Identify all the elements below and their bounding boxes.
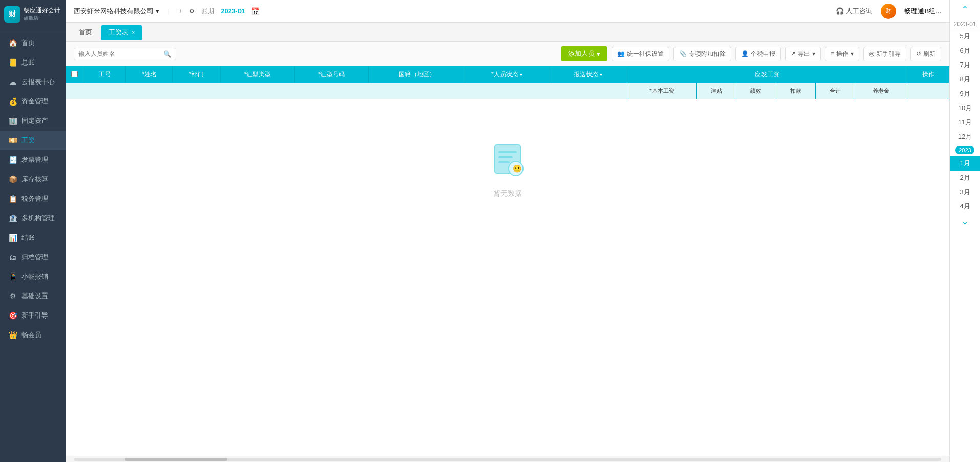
cal-month-5[interactable]: 5月 <box>950 29 980 44</box>
support-icon: 🎧 <box>836 7 844 15</box>
svg-text:😐: 😐 <box>513 164 522 173</box>
archive-icon: 🗂 <box>8 253 17 261</box>
expense-icon: 📱 <box>8 272 17 281</box>
th-cert-no: *证型号码 <box>294 66 368 83</box>
add-company-button[interactable]: ＋ <box>177 7 183 15</box>
main-area: 西安虾米网络科技有限公司 ▾ | ＋ ⚙ 账期 2023-01 📅 🎧 人工咨询… <box>66 0 949 462</box>
th-sub-empty <box>66 83 627 99</box>
sidebar-item-expense[interactable]: 📱 小畅报销 <box>0 267 66 286</box>
sidebar-nav: 🏠 首页 📒 总账 ☁ 云报表中心 💰 资金管理 🏢 固定资产 💴 工资 🧾 发… <box>0 29 66 462</box>
sidebar-item-asset[interactable]: 🏢 固定资产 <box>0 111 66 131</box>
special-deduct-icon: 📎 <box>679 50 687 57</box>
sidebar-item-guide[interactable]: 🎯 新手引导 <box>0 306 66 325</box>
support-button[interactable]: 🎧 人工咨询 <box>836 7 873 16</box>
export-button[interactable]: ↗ 导出 ▾ <box>785 47 821 61</box>
tab-salary[interactable]: 工资表 × <box>101 25 142 40</box>
table-header-row2: *基本工资 津贴 绩效 扣款 合计 养老金 <box>66 83 949 99</box>
sidebar-item-label: 总账 <box>21 58 35 67</box>
cal-month-8[interactable]: 8月 <box>950 72 980 87</box>
status-filter-icon[interactable]: ▾ <box>520 72 522 77</box>
asset-icon: 🏢 <box>8 117 17 125</box>
social-security-button[interactable]: 👥 统一社保设置 <box>612 47 669 61</box>
th-performance: 绩效 <box>736 83 776 99</box>
sidebar-item-tax[interactable]: 📋 税务管理 <box>0 189 66 208</box>
cal-month-2[interactable]: 2月 <box>950 171 980 185</box>
cal-month-9[interactable]: 9月 <box>950 87 980 101</box>
topbar: 西安虾米网络科技有限公司 ▾ | ＋ ⚙ 账期 2023-01 📅 🎧 人工咨询… <box>66 0 949 23</box>
cal-nav-down[interactable]: ⌄ <box>950 214 980 229</box>
th-report-status: 报送状态 ▾ <box>549 66 627 83</box>
logo-icon: 财 <box>4 6 20 23</box>
salary-table: 工号 *姓名 *部门 *证型类型 *证型号码 国籍（地区） *人员状态 ▾ 报送… <box>66 66 949 99</box>
cal-nav-up[interactable]: ⌃ <box>950 2 980 17</box>
sidebar-item-label: 发票管理 <box>21 155 48 164</box>
company-name: 西安虾米网络科技有限公司 <box>74 7 154 16</box>
guide-button[interactable]: ◎ 新手引导 <box>863 47 906 61</box>
operation-button[interactable]: ≡ 操作 ▾ <box>825 47 859 61</box>
empty-text: 暂无数据 <box>493 189 522 198</box>
sidebar-item-invoice[interactable]: 🧾 发票管理 <box>0 150 66 170</box>
sidebar-item-label: 小畅报销 <box>21 272 48 281</box>
settings-icon: ⚙ <box>8 292 17 300</box>
tab-close-icon[interactable]: × <box>132 29 135 35</box>
cal-month-11[interactable]: 11月 <box>950 115 980 130</box>
cal-month-12[interactable]: 12月 <box>950 130 980 144</box>
toolbar-right: 添加人员 ▾ 👥 统一社保设置 📎 专项附加扣除 👤 个税申报 ↗ 导 <box>561 46 941 61</box>
sidebar-item-ledger[interactable]: 📒 总账 <box>0 53 66 72</box>
sidebar-item-cloud[interactable]: ☁ 云报表中心 <box>0 72 66 92</box>
sidebar-item-label: 结账 <box>21 233 35 242</box>
user-name: 畅理通B组... <box>904 7 941 16</box>
calendar-icon[interactable]: 📅 <box>251 7 260 15</box>
tab-home[interactable]: 首页 <box>72 25 99 40</box>
svg-rect-2 <box>498 156 513 158</box>
tax-report-button[interactable]: 👤 个税申报 <box>735 47 781 61</box>
settings-button[interactable]: ⚙ <box>189 8 195 15</box>
guide-label: 新手引导 <box>876 50 901 58</box>
scroll-thumb[interactable] <box>125 458 227 461</box>
cal-month-10[interactable]: 10月 <box>950 101 980 115</box>
sidebar-item-label: 归档管理 <box>21 253 48 262</box>
th-deduct: 扣款 <box>776 83 815 99</box>
cal-month-1[interactable]: 1月 <box>950 156 980 171</box>
th-salary-group: 应发工资 <box>627 66 907 83</box>
sidebar-item-home[interactable]: 🏠 首页 <box>0 33 66 53</box>
th-checkbox[interactable] <box>66 66 84 83</box>
sidebar-item-label: 多机构管理 <box>21 214 55 223</box>
cal-month-6[interactable]: 6月 <box>950 44 980 58</box>
th-base-salary: *基本工资 <box>627 83 697 99</box>
vip-icon: 👑 <box>8 331 17 339</box>
scroll-track[interactable] <box>74 458 941 461</box>
tab-salary-label: 工资表 <box>108 28 128 37</box>
refresh-icon: ↺ <box>916 50 921 57</box>
cloud-icon: ☁ <box>8 78 17 86</box>
refresh-button[interactable]: ↺ 刷新 <box>910 47 941 61</box>
app-name: 畅应通好会计 <box>24 7 60 15</box>
search-input[interactable] <box>78 50 160 57</box>
cal-month-4[interactable]: 4月 <box>950 199 980 214</box>
guide-circle-icon: ◎ <box>869 50 874 57</box>
sidebar-item-close[interactable]: 📊 结账 <box>0 228 66 247</box>
sidebar-item-vip[interactable]: 👑 畅会员 <box>0 325 66 345</box>
cal-month-7[interactable]: 7月 <box>950 58 980 72</box>
company-selector[interactable]: 西安虾米网络科技有限公司 ▾ <box>74 7 159 16</box>
empty-state: 😐 暂无数据 <box>66 99 949 239</box>
operation-icon: ≡ <box>831 50 834 57</box>
cal-month-3[interactable]: 3月 <box>950 185 980 199</box>
sidebar-item-archive[interactable]: 🗂 归档管理 <box>0 247 66 267</box>
sidebar-item-fund[interactable]: 💰 资金管理 <box>0 92 66 111</box>
sidebar-item-multi[interactable]: 🏦 多机构管理 <box>0 208 66 228</box>
period-value: 2023-01 <box>221 7 245 15</box>
add-person-button[interactable]: 添加人员 ▾ <box>561 46 607 61</box>
report-filter-icon[interactable]: ▾ <box>600 72 602 77</box>
special-deduct-button[interactable]: 📎 专项附加扣除 <box>673 47 731 61</box>
topbar-divider: | <box>167 7 169 15</box>
user-avatar[interactable]: 财 <box>881 4 896 19</box>
select-all-checkbox[interactable] <box>71 71 78 77</box>
export-label: 导出 <box>798 50 810 58</box>
sidebar-item-label: 新手引导 <box>21 311 48 320</box>
social-security-icon: 👥 <box>617 50 625 57</box>
sidebar-item-salary[interactable]: 💴 工资 <box>0 131 66 150</box>
sidebar-item-settings[interactable]: ⚙ 基础设置 <box>0 286 66 306</box>
sidebar-item-label: 库存核算 <box>21 175 48 184</box>
sidebar-item-inventory[interactable]: 📦 库存核算 <box>0 170 66 189</box>
